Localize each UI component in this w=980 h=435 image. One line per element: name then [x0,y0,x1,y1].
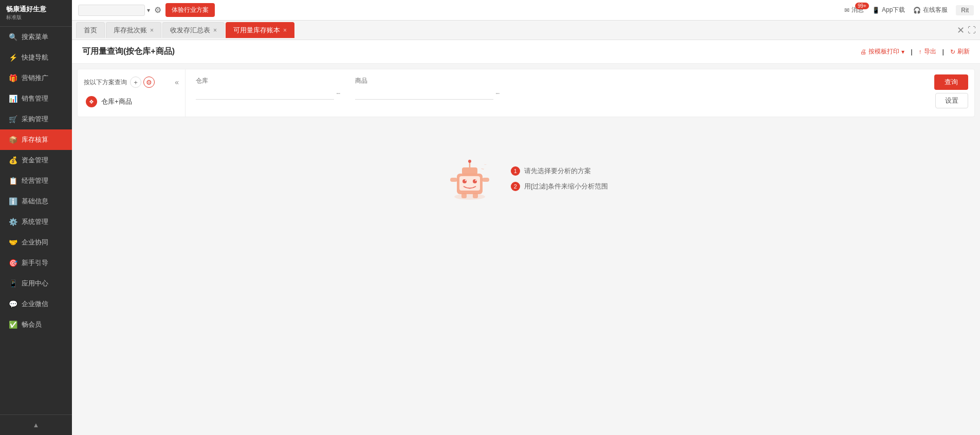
sidebar-item-2[interactable]: 🎁 营销推广 [0,68,72,88]
industry-solution-btn[interactable]: 体验行业方案 [165,3,215,17]
sidebar-item-1[interactable]: ⚡ 快捷导航 [0,47,72,68]
search-dropdown-btn[interactable]: ▾ [147,7,150,14]
sidebar-item-14[interactable]: ✅ 畅会员 [0,314,72,335]
refresh-icon: ↻ [950,48,955,55]
svg-text:~: ~ [484,162,487,167]
tab-expand-btn[interactable]: ⛶ [968,26,976,35]
sidebar-bottom: ▲ [0,414,72,435]
sidebar-item-8[interactable]: ℹ️ 基础信息 [0,191,72,212]
sidebar-label-3: 销售管理 [22,94,48,103]
sep1: | [911,48,912,55]
tab-item-1[interactable]: 库存批次账× [106,22,161,38]
tab-close-all-btn[interactable]: ✕ [957,25,965,36]
filter-scheme-item[interactable]: ❖ 仓库+商品 [78,92,185,111]
sidebar-label-11: 新手引导 [22,258,48,268]
sidebar-icon-2: 🎁 [8,73,17,83]
sidebar-scroll-down[interactable]: ▲ [0,419,72,431]
sep2: | [942,48,944,55]
phone-icon: 📱 [872,7,880,14]
sidebar-label-5: 库存核算 [22,135,48,144]
sidebar-item-12[interactable]: 📱 应用中心 [0,273,72,294]
sidebar-item-5[interactable]: 📦 库存核算 [0,129,72,150]
action-bar: 查询 设置 [928,69,974,117]
sidebar-icon-9: ⚙️ [8,217,17,226]
sidebar-icon-8: ℹ️ [8,197,17,206]
sidebar-item-10[interactable]: 🤝 企业协同 [0,232,72,253]
sidebar-icon-10: 🤝 [8,238,17,247]
filter-left-header: 按以下方案查询 + ⚙ « [78,74,185,90]
empty-tip-2: 2 用[过滤]条件来缩小分析范围 [511,182,608,191]
topbar-right: ✉ 消息 99+ 📱 App下载 🎧 在线客服 Rit [844,5,974,15]
search-input[interactable] [78,5,145,16]
tab-close-2[interactable]: × [213,27,217,34]
warehouse-input[interactable] [196,87,334,100]
sidebar-label-2: 营销推广 [22,73,48,83]
sidebar-logo: 畅康通好生意 标准版 [0,0,72,27]
filter-collapse-btn[interactable]: « [175,78,179,86]
settings-gear-icon[interactable]: ⚙ [154,5,161,15]
sidebar-item-3[interactable]: 📊 销售管理 [0,88,72,109]
product-input-row: ··· [355,87,499,100]
sidebar-icon-1: ⚡ [8,53,17,62]
tip-text-2: 用[过滤]条件来缩小分析范围 [524,182,608,191]
tab-close-1[interactable]: × [150,27,154,34]
sidebar-item-13[interactable]: 💬 企业微信 [0,294,72,314]
tab-item-3[interactable]: 可用量库存账本× [226,22,294,38]
sidebar-icon-12: 📱 [8,279,17,288]
sidebar-label-6: 资金管理 [22,156,48,165]
filter-add-btn[interactable]: + [130,77,141,88]
message-badge: 99+ [855,3,869,9]
query-btn[interactable]: 查询 [934,74,968,90]
app-title: 畅康通好生意 [6,5,66,14]
sidebar-icon-4: 🛒 [8,115,17,124]
export-btn[interactable]: ↑ 导出 [919,47,936,56]
topbar-search-area: ▾ [78,5,150,16]
svg-rect-13 [473,193,478,198]
empty-illustration: ~ ~ [444,153,495,204]
svg-rect-12 [461,193,467,198]
message-btn[interactable]: ✉ 消息 99+ [844,6,864,14]
product-label: 商品 [355,77,499,85]
user-display[interactable]: Rit [956,5,974,15]
tab-label-3: 可用量库存账本 [233,26,280,35]
sidebar-icon-6: 💰 [8,156,17,165]
svg-point-6 [475,180,476,181]
sidebar-item-4[interactable]: 🛒 采购管理 [0,109,72,129]
sidebar-item-0[interactable]: 🔍 搜索菜单 [0,27,72,47]
sidebar-label-14: 畅会员 [22,320,42,329]
sidebar-icon-13: 💬 [8,299,17,309]
product-more-btn[interactable]: ··· [495,89,499,98]
page-title: 可用量查询(按仓库+商品) [82,46,175,57]
empty-state: ~ ~ 1 请先选择要分析的方案 2 用[过滤]条件来缩小分析范围 [72,122,980,235]
svg-point-5 [465,180,466,181]
message-icon: ✉ [844,7,849,14]
scheme-label: 仓库+商品 [101,97,132,106]
sidebar-label-1: 快捷导航 [22,53,48,62]
filter-config-btn[interactable]: ⚙ [143,77,155,88]
svg-point-9 [468,160,471,163]
tab-item-2[interactable]: 收发存汇总表× [162,22,225,38]
svg-text:~: ~ [481,166,484,172]
tab-close-3[interactable]: × [283,27,287,34]
print-label: 按模板打印 [868,47,899,56]
sidebar-nav: 🔍 搜索菜单 ⚡ 快捷导航 🎁 营销推广 📊 销售管理 🛒 采购管理 📦 库存核… [0,27,72,414]
online-service-btn[interactable]: 🎧 在线客服 [913,6,948,14]
refresh-label: 刷新 [957,47,970,56]
tab-item-0[interactable]: 首页 [76,22,105,38]
product-input[interactable] [355,87,493,100]
sidebar-item-6[interactable]: 💰 资金管理 [0,150,72,171]
product-field: 商品 ··· [355,77,499,100]
sidebar-label-4: 采购管理 [22,115,48,124]
sidebar-item-7[interactable]: 📋 经营管理 [0,171,72,191]
sidebar-label-10: 企业协同 [22,238,48,247]
sidebar-item-11[interactable]: 🎯 新手引导 [0,253,72,273]
warehouse-more-btn[interactable]: ··· [336,89,340,98]
sidebar-icon-0: 🔍 [8,32,17,42]
refresh-btn[interactable]: ↻ 刷新 [950,47,970,56]
settings-btn[interactable]: 设置 [935,93,968,108]
sidebar-icon-3: 📊 [8,94,17,103]
sidebar-item-9[interactable]: ⚙️ 系统管理 [0,212,72,232]
print-btn[interactable]: 🖨 按模板打印 ▾ [860,47,904,56]
tab-label-0: 首页 [84,26,97,35]
app-download-btn[interactable]: 📱 App下载 [872,6,905,14]
